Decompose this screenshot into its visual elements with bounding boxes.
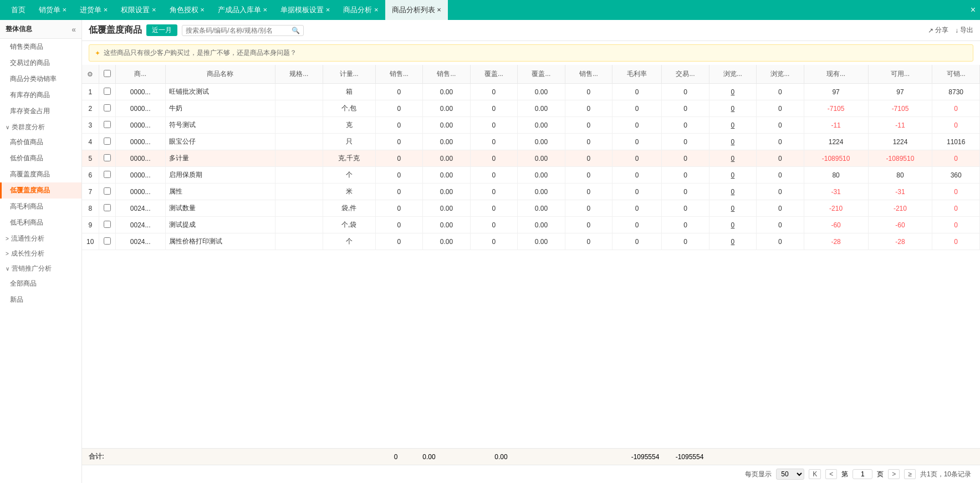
sidebar-section-growth[interactable]: > 成长性分析 — [0, 246, 81, 261]
sidebar-item-new-goods[interactable]: 新品 — [0, 292, 81, 308]
table-row: 8 0024... 测试数量 袋,件 0 0.00 0 0.00 0 0 0 0… — [82, 200, 980, 217]
sidebar-item-traded-goods[interactable]: 交易过的商品 — [0, 55, 81, 71]
sidebar-item-low-margin[interactable]: 低毛利商品 — [0, 215, 81, 231]
share-button[interactable]: ↗ 分享 — [928, 26, 948, 35]
nav-roles[interactable]: 角色授权 × — [163, 0, 211, 20]
first-page-button[interactable]: K — [809, 469, 821, 479]
cell-cover2: 0.00 — [518, 117, 565, 134]
cell-name: 多计量 — [165, 150, 275, 167]
settings-icon[interactable]: ⚙ — [87, 70, 93, 78]
table-row: 3 0000... 符号测试 克 0 0.00 0 0.00 0 0 0 0 0… — [82, 117, 980, 134]
nav-product-entry[interactable]: 产成品入库单 × — [211, 0, 274, 20]
sidebar-section-circulation[interactable]: > 流通性分析 — [0, 231, 81, 246]
cell-checkbox — [99, 200, 115, 217]
next-page-button[interactable]: > — [888, 469, 900, 479]
sidebar-section-cluster-analysis[interactable]: ∨ 类群度分析 — [0, 119, 81, 134]
cell-sales2: 0.00 — [423, 167, 470, 184]
col-settings[interactable]: ⚙ — [82, 65, 99, 84]
cell-unit: 个 — [323, 167, 375, 184]
cell-gross: 0 — [612, 100, 662, 117]
row-checkbox[interactable] — [104, 221, 111, 228]
row-checkbox[interactable] — [104, 187, 111, 195]
row-checkbox[interactable] — [104, 138, 111, 145]
sidebar-item-inventory-goods[interactable]: 有库存的商品 — [0, 87, 81, 103]
sidebar-item-high-value[interactable]: 高价值商品 — [0, 134, 81, 150]
nav-purchase[interactable]: 进货单 × — [73, 0, 114, 20]
cell-cover1: 0 — [470, 167, 517, 184]
row-checkbox[interactable] — [104, 88, 111, 95]
footer-available: -1095554 — [667, 453, 712, 461]
browse1-link[interactable]: 0 — [731, 221, 735, 229]
cell-trans: 0 — [662, 150, 709, 167]
browse1-link[interactable]: 0 — [731, 105, 735, 113]
nav-template-settings[interactable]: 单据模板设置 × — [274, 0, 336, 20]
share-icon: ↗ — [928, 27, 933, 34]
row-checkbox[interactable] — [104, 171, 111, 178]
sidebar-section-label-3: 成长性分析 — [11, 249, 44, 258]
filter-button[interactable]: 近一月 — [146, 24, 177, 36]
sidebar-item-high-coverage[interactable]: 高覆盖度商品 — [0, 166, 81, 182]
row-checkbox[interactable] — [104, 154, 111, 161]
cell-trans: 0 — [662, 117, 709, 134]
browse1-link[interactable]: 0 — [731, 171, 735, 179]
footer-cover2: 0.00 — [479, 453, 523, 461]
nav-product-analysis-list[interactable]: 商品分析列表 × — [385, 0, 448, 20]
cell-current: 1224 — [804, 134, 868, 150]
nav-home[interactable]: 首页 — [4, 0, 32, 20]
browse1-link[interactable]: 0 — [731, 188, 735, 196]
last-page-button[interactable]: ≥ — [904, 469, 916, 479]
sidebar-item-low-coverage[interactable]: 低覆盖度商品 — [0, 182, 81, 199]
row-checkbox[interactable] — [104, 204, 111, 211]
col-unit-header: 计量... — [323, 65, 375, 84]
cell-unit: 克,千克 — [323, 150, 375, 167]
cell-unit: 个,袋 — [323, 217, 375, 233]
search-icon[interactable]: 🔍 — [292, 27, 300, 34]
page-size-label: 每页显示 — [745, 470, 772, 479]
browse1-link[interactable]: 0 — [731, 238, 735, 246]
sidebar-collapse-button[interactable]: « — [72, 25, 76, 34]
browse1-link[interactable]: 0 — [731, 138, 735, 146]
share-label: 分享 — [935, 26, 948, 35]
cell-sellable: 8730 — [932, 84, 980, 100]
cell-trans: 0 — [662, 167, 709, 184]
prev-page-button[interactable]: < — [825, 469, 837, 479]
cell-cover2: 0.00 — [518, 233, 565, 250]
page-number-input[interactable] — [853, 469, 872, 479]
sidebar-item-all-goods[interactable]: 全部商品 — [0, 276, 81, 292]
sidebar-item-sales-goods[interactable]: 销售类商品 — [0, 39, 81, 55]
search-input[interactable] — [186, 27, 292, 34]
nav-sales[interactable]: 销货单 × — [32, 0, 73, 20]
cell-sales2: 0.00 — [423, 150, 470, 167]
sidebar-item-high-margin[interactable]: 高毛利商品 — [0, 199, 81, 215]
sidebar-item-low-value[interactable]: 低价值商品 — [0, 150, 81, 166]
cell-index: 7 — [82, 184, 99, 200]
cell-gross: 0 — [612, 117, 662, 134]
cell-sales2: 0.00 — [423, 100, 470, 117]
cell-code: 0000... — [115, 134, 165, 150]
cell-browse2: 0 — [757, 100, 804, 117]
cell-cover2: 0.00 — [518, 84, 565, 100]
close-button[interactable]: × — [971, 5, 976, 15]
sidebar-item-category-activity[interactable]: 商品分类动销率 — [0, 71, 81, 87]
select-all-checkbox[interactable] — [104, 70, 111, 77]
cell-sellable: 0 — [932, 100, 980, 117]
browse1-link[interactable]: 0 — [731, 205, 735, 212]
nav-permissions[interactable]: 权限设置 × — [114, 0, 162, 20]
browse1-link[interactable]: 0 — [731, 121, 735, 129]
col-trans-header: 交易... — [662, 65, 709, 84]
export-button[interactable]: ↓ 导出 — [955, 26, 973, 35]
cell-sales1: 0 — [375, 84, 422, 100]
page-size-select[interactable]: 20 50 100 — [776, 469, 804, 480]
sidebar-item-inventory-capital[interactable]: 库存资金占用 — [0, 103, 81, 119]
browse1-link[interactable]: 0 — [731, 88, 735, 96]
cell-spec — [275, 167, 323, 184]
sidebar: 整体信息 « 销售类商品 交易过的商品 商品分类动销率 有库存的商品 库存资金占… — [0, 20, 82, 483]
row-checkbox[interactable] — [104, 104, 111, 111]
browse1-link[interactable]: 0 — [731, 155, 735, 162]
row-checkbox[interactable] — [104, 237, 111, 245]
cell-trans: 0 — [662, 184, 709, 200]
cell-browse1: 0 — [709, 184, 756, 200]
row-checkbox[interactable] — [104, 121, 111, 128]
nav-product-analysis[interactable]: 商品分析 × — [336, 0, 385, 20]
sidebar-section-marketing[interactable]: ∨ 营销推广分析 — [0, 261, 81, 276]
